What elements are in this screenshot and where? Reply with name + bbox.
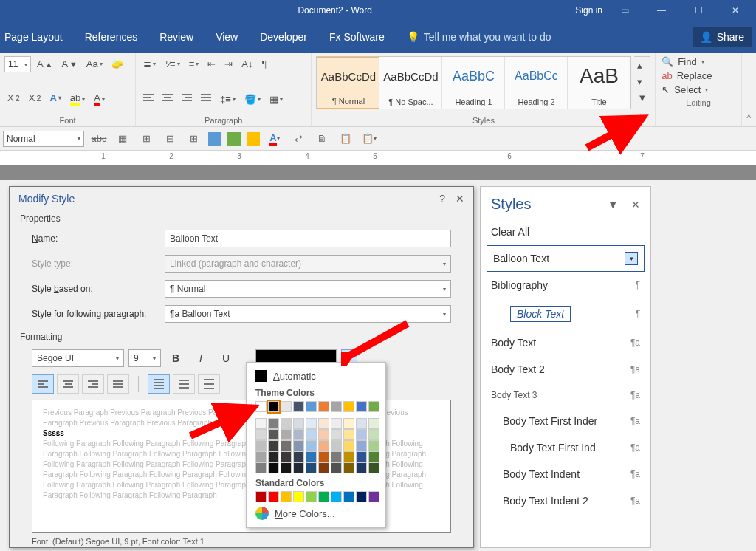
- color-swatch[interactable]: [343, 429, 354, 440]
- color-swatch[interactable]: [331, 440, 342, 451]
- color-swatch[interactable]: [255, 491, 267, 502]
- style-body-text[interactable]: Body Text¶a: [481, 329, 650, 356]
- select-button[interactable]: ↖Select▾: [662, 84, 735, 95]
- align-right-button[interactable]: [179, 92, 195, 103]
- paste-icon[interactable]: 📋: [337, 131, 354, 147]
- strikethrough-icon[interactable]: abc: [90, 131, 108, 147]
- color-swatch[interactable]: [318, 401, 329, 412]
- color-swatch[interactable]: [306, 462, 317, 473]
- color-swatch[interactable]: [356, 451, 367, 462]
- style-no-spacing[interactable]: AaBbCcDd¶ No Spac...: [379, 57, 442, 109]
- highlight-button[interactable]: ab▾: [67, 90, 88, 109]
- decrease-indent-button[interactable]: ⇤: [205, 56, 219, 72]
- color-swatch[interactable]: [368, 440, 379, 451]
- tab-fx-software[interactable]: Fx Software: [329, 31, 385, 43]
- color-blue-swatch[interactable]: [208, 132, 221, 146]
- color-swatch[interactable]: [281, 401, 292, 412]
- spacing-2-btn[interactable]: [198, 374, 220, 394]
- color-swatch[interactable]: [318, 451, 329, 462]
- color-swatch[interactable]: [255, 401, 267, 412]
- styles-gallery[interactable]: AaBbCcDd¶ Normal AaBbCcDd¶ No Spac... Aa…: [316, 56, 631, 109]
- color-swatch[interactable]: [318, 440, 329, 451]
- compare-icon[interactable]: ⇄: [289, 131, 307, 147]
- page-icon[interactable]: 🗎: [313, 131, 331, 147]
- style-balloon-text[interactable]: Balloon Text▾: [487, 245, 645, 272]
- italic-button[interactable]: I: [190, 349, 211, 367]
- underline-button[interactable]: U: [216, 349, 236, 367]
- clipboard-icon[interactable]: 📋▾: [360, 131, 378, 147]
- color-swatch[interactable]: [368, 451, 379, 462]
- color-swatch[interactable]: [331, 451, 342, 462]
- color-swatch[interactable]: [356, 401, 367, 412]
- color-green-swatch[interactable]: [227, 132, 241, 146]
- maximize-icon[interactable]: ☐: [684, 3, 713, 18]
- numbering-button[interactable]: ⅟≡▾: [162, 56, 183, 72]
- subscript-button[interactable]: X2: [4, 90, 23, 106]
- font-family-select[interactable]: Segoe UI▾: [32, 349, 124, 367]
- tab-view[interactable]: View: [216, 31, 238, 43]
- tab-review[interactable]: Review: [159, 31, 193, 43]
- line-spacing-button[interactable]: ‡≡▾: [217, 92, 238, 107]
- color-swatch[interactable]: [331, 491, 342, 502]
- based-on-select[interactable]: ¶ Normal▾: [165, 280, 451, 298]
- multilevel-button[interactable]: ≡▾: [186, 56, 202, 72]
- grow-font-button[interactable]: A▲: [34, 56, 55, 72]
- color-swatch[interactable]: [356, 418, 367, 429]
- justify-button[interactable]: [198, 92, 214, 103]
- color-swatch[interactable]: [293, 401, 304, 412]
- close-icon[interactable]: ✕: [721, 3, 750, 18]
- style-body-text-first-indent-2[interactable]: Body Text First Ind¶a: [481, 434, 650, 461]
- color-swatch[interactable]: [293, 462, 304, 473]
- color-swatch[interactable]: [318, 491, 329, 502]
- grid-icon[interactable]: ⊞: [137, 131, 155, 147]
- color-swatch[interactable]: [331, 418, 342, 429]
- color-swatch[interactable]: [306, 491, 317, 502]
- shading-button[interactable]: 🪣▾: [241, 92, 264, 107]
- color-swatch[interactable]: [306, 451, 317, 462]
- align-right-btn[interactable]: [82, 374, 104, 394]
- show-marks-button[interactable]: ¶: [258, 56, 269, 72]
- tab-page-layout[interactable]: Page Layout: [4, 31, 63, 43]
- borders-button[interactable]: ▦▾: [267, 92, 286, 107]
- bold-button[interactable]: B: [165, 349, 186, 367]
- color-swatch[interactable]: [343, 451, 354, 462]
- find-button[interactable]: 🔍Find▾: [662, 56, 735, 67]
- color-swatch[interactable]: [306, 429, 317, 440]
- change-case-button[interactable]: Aa▾: [83, 56, 106, 72]
- style-title[interactable]: AaBTitle: [568, 57, 630, 109]
- more-colors-button[interactable]: More Colors...: [251, 504, 381, 523]
- font-color-icon[interactable]: A▾: [266, 131, 284, 147]
- color-swatch[interactable]: [293, 429, 304, 440]
- tell-me-search[interactable]: 💡 Tell me what you want to do: [407, 31, 551, 43]
- color-swatch[interactable]: [281, 418, 292, 429]
- clear-formatting-button[interactable]: 🧽: [109, 56, 126, 72]
- style-bibliography[interactable]: Bibliography¶: [481, 272, 650, 298]
- color-swatch[interactable]: [356, 429, 367, 440]
- style-body-text-first-indent[interactable]: Body Text First Inder¶a: [481, 408, 650, 434]
- color-swatch[interactable]: [306, 418, 317, 429]
- color-swatch[interactable]: [293, 491, 304, 502]
- color-swatch[interactable]: [356, 491, 367, 502]
- style-body-text-indent[interactable]: Body Text Indent¶a: [481, 461, 650, 487]
- minimize-icon[interactable]: —: [647, 3, 676, 18]
- ruler[interactable]: 1 2 3 4 5 6 7: [0, 151, 756, 165]
- color-swatch[interactable]: [293, 418, 304, 429]
- color-swatch[interactable]: [356, 440, 367, 451]
- color-swatch[interactable]: [318, 418, 329, 429]
- color-swatch[interactable]: [343, 418, 354, 429]
- color-swatch[interactable]: [268, 462, 279, 473]
- color-swatch[interactable]: [293, 440, 304, 451]
- color-swatch[interactable]: [318, 429, 329, 440]
- align-left-btn[interactable]: [32, 374, 54, 394]
- style-selector[interactable]: Normal▾: [3, 131, 84, 147]
- spacing-15-btn[interactable]: [173, 374, 195, 394]
- styles-pane-options-icon[interactable]: ▼: [608, 199, 618, 211]
- color-swatch[interactable]: [255, 451, 267, 462]
- color-swatch[interactable]: [343, 440, 354, 451]
- color-swatch[interactable]: [281, 491, 292, 502]
- color-swatch[interactable]: [281, 462, 292, 473]
- color-swatch[interactable]: [255, 418, 267, 429]
- style-heading-2[interactable]: AaBbCcHeading 2: [505, 57, 568, 109]
- color-yellow-swatch[interactable]: [247, 132, 260, 146]
- color-swatch[interactable]: [281, 451, 292, 462]
